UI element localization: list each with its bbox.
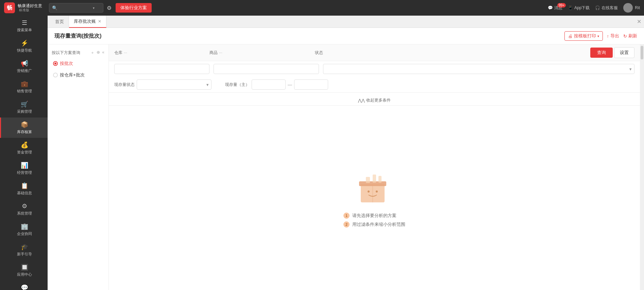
empty-step-1: 1 请先选择要分析的方案 <box>343 213 396 219</box>
refresh-btn[interactable]: ↻ 刷新 <box>623 33 637 39</box>
col-status: 状态 查询 设置 <box>315 47 634 58</box>
tab-home[interactable]: 首页 <box>50 16 69 28</box>
inventory-qty-min[interactable] <box>252 79 286 90</box>
messages-btn[interactable]: 💬 消息 99+ <box>548 5 562 11</box>
sidebar-item-newbie[interactable]: 🎓 新手引导 <box>0 240 48 260</box>
sidebar-item-enterprise-wechat[interactable]: 💬 企业微信 <box>0 280 48 290</box>
sidebar-item-sales[interactable]: 💼 销售管理 <box>0 77 48 97</box>
svg-point-4 <box>376 191 378 193</box>
radio-by-batch[interactable] <box>53 61 58 66</box>
sidebar-item-app-center[interactable]: 🔲 应用中心 <box>0 260 48 280</box>
right-scrollbar[interactable] <box>640 44 644 290</box>
topbar: 畅 畅康通好生意 标准版 🔍 ▾ ⚙ 体验行业方案 💬 消息 99+ 📱 App… <box>0 0 644 16</box>
status-select[interactable] <box>323 64 634 74</box>
product-dots-btn[interactable]: ··· <box>219 50 222 55</box>
search-dropdown-arrow[interactable]: ▾ <box>93 6 95 10</box>
enterprise-icon: 🏢 <box>21 223 28 230</box>
sidebar-item-inventory[interactable]: 📦 库存核算 <box>0 117 48 138</box>
collapse-row: ⋀⋀ 收起更多条件 <box>109 93 640 106</box>
product-input[interactable] <box>214 64 319 74</box>
empty-steps: 1 请先选择要分析的方案 2 用过滤条件来缩小分析范围 <box>343 213 405 228</box>
sidebar-item-basic[interactable]: 📋 基础信息 <box>0 179 48 199</box>
add-scheme-icon[interactable]: ＋ <box>90 50 95 56</box>
enterprise-wechat-icon: 💬 <box>21 284 28 290</box>
left-panel-item-by-warehouse-batch[interactable]: 按仓库+批次 <box>48 69 108 81</box>
svg-rect-6 <box>373 175 376 183</box>
user-area[interactable]: Rit <box>623 3 640 13</box>
basic-icon: 📋 <box>21 182 28 189</box>
svg-point-3 <box>368 191 370 193</box>
username: Rit <box>635 5 640 10</box>
empty-step-2: 2 用过滤条件来缩小分析范围 <box>343 221 405 228</box>
svg-rect-5 <box>366 177 370 183</box>
main-layout: ☰ 搜索菜单 ⚡ 快捷导航 📢 营销推广 💼 销售管理 🛒 采购管理 📦 库存核… <box>0 16 644 290</box>
settings-btn[interactable]: 设置 <box>614 47 634 58</box>
inventory-icon: 📦 <box>21 121 28 128</box>
refresh-icon: ↻ <box>623 34 627 39</box>
left-panel: 按以下方案查询 ＋ ⊕ « 按批次 按仓库+批次 <box>48 44 109 290</box>
system-icon: ⚙ <box>22 202 27 210</box>
quick-nav-icon: ⚡ <box>21 39 28 47</box>
app-name: 畅康通好生意 <box>18 3 42 8</box>
warehouse-dots-btn[interactable]: ··· <box>124 50 127 55</box>
phone-icon: 📱 <box>568 5 573 10</box>
radio-by-warehouse-batch[interactable] <box>53 73 58 77</box>
empty-state: 1 请先选择要分析的方案 2 用过滤条件来缩小分析范围 <box>109 106 640 290</box>
content-area: 首页 库存批次账 ✕ ✕ 现存量查询(按批次) 🖨 按模板打印 ▾ ↑ 导出 <box>48 16 644 290</box>
sidebar-item-quick-nav[interactable]: ⚡ 快捷导航 <box>0 36 48 56</box>
sidebar-item-finance[interactable]: 💰 资金管理 <box>0 138 48 158</box>
online-service-btn[interactable]: 🎧 在线客服 <box>595 5 618 11</box>
template-print-dropdown[interactable]: ▾ <box>597 34 599 38</box>
sidebar-item-enterprise[interactable]: 🏢 企业协同 <box>0 219 48 240</box>
page-header-actions: 🖨 按模板打印 ▾ ↑ 导出 ↻ 刷新 <box>564 31 638 41</box>
avatar <box>623 3 633 13</box>
svg-rect-7 <box>378 176 382 183</box>
inventory-status-select[interactable] <box>137 79 211 90</box>
collapse-btn[interactable]: ⋀⋀ 收起更多条件 <box>109 97 640 103</box>
filter-table-header: 仓库 ··· 商品 ··· 状态 查询 设置 <box>109 44 640 61</box>
warehouse-input-wrapper <box>114 64 209 74</box>
headset-icon: 🎧 <box>595 5 600 10</box>
left-panel-header: 按以下方案查询 ＋ ⊕ « <box>48 48 108 58</box>
sidebar-item-system[interactable]: ⚙ 系统管理 <box>0 199 48 219</box>
sidebar-item-search-menu[interactable]: ☰ 搜索菜单 <box>0 16 48 36</box>
export-btn[interactable]: ↑ 导出 <box>607 33 620 39</box>
tab-inventory-batch[interactable]: 库存批次账 ✕ <box>69 16 106 28</box>
collapse-panel-icon[interactable]: « <box>102 50 104 56</box>
search-menu-icon: ☰ <box>22 19 27 26</box>
topbar-settings-icon[interactable]: ⚙ <box>107 5 112 11</box>
purchase-icon: 🛒 <box>21 101 28 108</box>
inventory-qty-filter: 现存量（主） — <box>225 79 328 90</box>
main-content: 仓库 ··· 商品 ··· 状态 查询 设置 <box>109 44 640 290</box>
tab-close-btn[interactable]: ✕ <box>98 19 101 24</box>
product-input-wrapper <box>214 64 319 74</box>
trial-btn[interactable]: 体验行业方案 <box>116 3 152 13</box>
inventory-status-filter: 现存量状态 <box>114 79 211 90</box>
settings-scheme-icon[interactable]: ⊕ <box>97 50 100 56</box>
app-download-btn[interactable]: 📱 App下载 <box>568 5 590 11</box>
search-box[interactable]: 🔍 ▾ <box>49 3 103 13</box>
query-btn[interactable]: 查询 <box>590 48 613 58</box>
sidebar-item-purchase[interactable]: 🛒 采购管理 <box>0 97 48 117</box>
sidebar-item-operations[interactable]: 📊 经营管理 <box>0 158 48 179</box>
marketing-icon: 📢 <box>21 60 28 67</box>
filter-row-2: 现存量状态 现存量（主） — <box>109 77 640 93</box>
topbar-search-area: 🔍 ▾ ⚙ 体验行业方案 <box>49 3 548 13</box>
sidebar-item-marketing[interactable]: 📢 营销推广 <box>0 56 48 77</box>
newbie-icon: 🎓 <box>21 243 28 251</box>
operations-icon: 📊 <box>21 162 28 169</box>
tab-panel-close-icon[interactable]: ✕ <box>637 18 641 25</box>
scroll-thumb[interactable] <box>641 46 643 59</box>
template-print-btn[interactable]: 🖨 按模板打印 ▾ <box>564 31 603 41</box>
app-logo[interactable]: 畅 <box>4 2 15 13</box>
message-icon: 💬 <box>548 5 553 10</box>
left-panel-item-by-batch[interactable]: 按批次 <box>48 58 108 69</box>
finance-icon: 💰 <box>21 141 28 149</box>
search-icon: 🔍 <box>52 5 57 11</box>
col-product: 商品 ··· <box>209 50 315 56</box>
app-center-icon: 🔲 <box>21 264 28 271</box>
col-warehouse: 仓库 ··· <box>114 50 209 56</box>
inventory-qty-max[interactable] <box>294 79 328 90</box>
search-input[interactable] <box>57 5 91 10</box>
warehouse-input[interactable] <box>114 64 209 74</box>
